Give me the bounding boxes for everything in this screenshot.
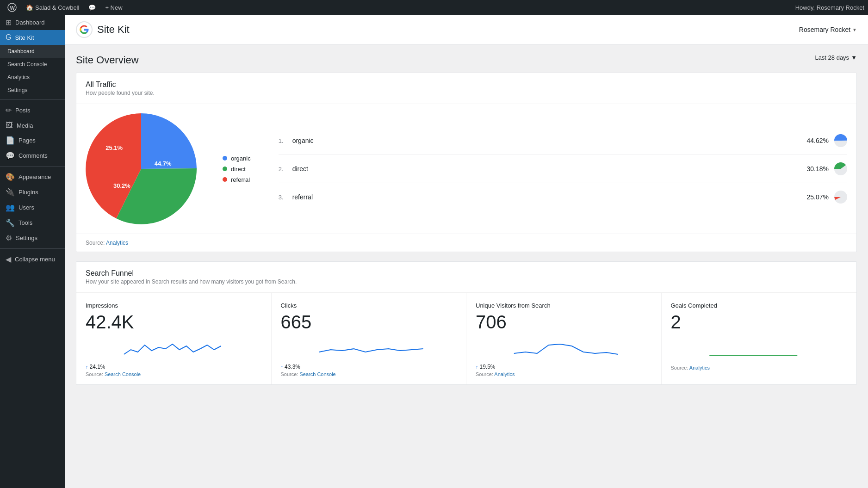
sidebar-sub-dashboard[interactable]: Dashboard bbox=[0, 45, 65, 58]
tools-icon: 🔧 bbox=[6, 218, 15, 227]
date-range-arrow-icon: ▼ bbox=[851, 54, 857, 61]
sidebar-item-appearance[interactable]: 🎨 Appearance bbox=[0, 169, 65, 185]
unique-visitors-source-link[interactable]: Analytics bbox=[494, 371, 515, 377]
mini-pie-organic bbox=[834, 134, 847, 147]
legend-dot-direct bbox=[223, 167, 227, 171]
sidebar-item-posts[interactable]: ✏ Posts bbox=[0, 103, 65, 118]
pie-chart-svg bbox=[86, 113, 197, 224]
user-name-label: Rosemary Rocket bbox=[799, 26, 850, 33]
goals-source: Source: Analytics bbox=[671, 365, 848, 371]
pages-icon: 📄 bbox=[6, 136, 15, 145]
funnel-goals: Goals Completed 2 Source: Analytics bbox=[662, 293, 857, 384]
sidebar-item-dashboard[interactable]: ⊞ Dashboard bbox=[0, 15, 65, 30]
mini-pie-referral bbox=[834, 191, 847, 204]
date-range-dropdown[interactable]: Last 28 days ▼ bbox=[815, 54, 857, 61]
impressions-sparkline bbox=[86, 336, 262, 359]
sidebar-divider-1 bbox=[0, 99, 65, 100]
impressions-source-link[interactable]: Search Console bbox=[105, 371, 141, 377]
impressions-source: Source: Search Console bbox=[86, 371, 262, 377]
sidebar-sitekit-label: Site Kit bbox=[15, 34, 34, 41]
plugins-icon: 🔌 bbox=[6, 188, 15, 197]
sidebar-item-comments[interactable]: 💬 Comments bbox=[0, 148, 65, 163]
page-title: Site Overview bbox=[76, 54, 139, 66]
sidebar-item-users[interactable]: 👥 Users bbox=[0, 200, 65, 215]
tools-label: Tools bbox=[19, 219, 32, 226]
all-traffic-card-header: All Traffic How people found your site. bbox=[76, 73, 856, 104]
sub-dashboard-label: Dashboard bbox=[7, 48, 35, 55]
unique-visitors-arrow-icon: ↑ bbox=[476, 364, 478, 370]
comments-button[interactable]: 💬 bbox=[85, 4, 99, 11]
sidebar-divider-3 bbox=[0, 248, 65, 249]
goals-source-link[interactable]: Analytics bbox=[689, 365, 710, 371]
site-name-button[interactable]: 🏠 Salad & Cowbell bbox=[22, 4, 83, 11]
unique-visitors-source: Source: Analytics bbox=[476, 371, 652, 377]
appearance-label: Appearance bbox=[19, 173, 51, 180]
user-dropdown[interactable]: Rosemary Rocket ▼ bbox=[799, 26, 857, 33]
search-funnel-title: Search Funnel bbox=[86, 269, 847, 278]
sidebar-sub-settings[interactable]: Settings bbox=[0, 84, 65, 97]
sidebar-sub-search-console[interactable]: Search Console bbox=[0, 58, 65, 71]
posts-label: Posts bbox=[15, 107, 31, 114]
goals-sparkline bbox=[671, 336, 848, 359]
howdy-text: Howdy, Rosemary Rocket bbox=[795, 4, 864, 11]
sidebar-item-tools[interactable]: 🔧 Tools bbox=[0, 215, 65, 230]
comments-sidebar-icon: 💬 bbox=[6, 151, 15, 160]
sidebar-item-settings[interactable]: ⚙ Settings bbox=[0, 230, 65, 246]
plugin-name-label: Site Kit bbox=[97, 24, 130, 36]
sidebar-sub-analytics[interactable]: Analytics bbox=[0, 71, 65, 84]
traffic-row-direct-left: 2. direct bbox=[279, 165, 308, 173]
goals-value: 2 bbox=[671, 312, 848, 332]
sidebar-item-media[interactable]: 🖼 Media bbox=[0, 118, 65, 133]
clicks-source: Source: Search Console bbox=[281, 371, 457, 377]
pie-chart-container: 44.7% 30.2% 25.1% bbox=[86, 113, 197, 224]
wp-logo-button[interactable]: W bbox=[4, 3, 20, 12]
sub-search-console-label: Search Console bbox=[7, 61, 47, 68]
traffic-table: 1. organic 44.62% bbox=[279, 127, 847, 211]
main-area: Site Kit Rosemary Rocket ▼ Site Overview… bbox=[65, 15, 868, 488]
media-icon: 🖼 bbox=[6, 121, 13, 130]
traffic-row-direct: 2. direct 30.18% bbox=[279, 155, 847, 183]
row-num-2: 2. bbox=[279, 166, 288, 173]
comments-icon: 💬 bbox=[88, 4, 96, 11]
traffic-source-label: Source: bbox=[86, 240, 105, 246]
direct-pct: 30.18% bbox=[807, 165, 829, 173]
new-button[interactable]: + New bbox=[101, 4, 126, 11]
legend-referral: referral bbox=[223, 176, 251, 183]
admin-bar: W 🏠 Salad & Cowbell 💬 + New Howdy, Rosem… bbox=[0, 0, 868, 15]
legend-label-organic: organic bbox=[231, 155, 251, 162]
funnel-impressions: Impressions 42.4K ↑ 24.1% Source: Search… bbox=[76, 293, 272, 384]
row-num-1: 1. bbox=[279, 137, 288, 144]
sidebar: ⊞ Dashboard G Site Kit Dashboard Search … bbox=[0, 15, 65, 488]
unique-visitors-sparkline bbox=[476, 336, 652, 359]
sidebar-dashboard-label: Dashboard bbox=[15, 19, 45, 26]
funnel-clicks: Clicks 665 ↑ 43.3% Source: Search Consol… bbox=[272, 293, 467, 384]
traffic-row-referral: 3. referral 25.07% bbox=[279, 183, 847, 211]
traffic-source-link[interactable]: Analytics bbox=[106, 240, 128, 246]
clicks-sparkline bbox=[281, 336, 457, 359]
clicks-source-link[interactable]: Search Console bbox=[299, 371, 335, 377]
users-icon: 👥 bbox=[6, 203, 15, 212]
search-funnel-subtitle: How your site appeared in Search results… bbox=[86, 278, 847, 285]
adminbar-right: Howdy, Rosemary Rocket bbox=[795, 4, 864, 11]
clicks-change-value: 43.3% bbox=[285, 364, 300, 370]
unique-visitors-value: 706 bbox=[476, 312, 652, 332]
media-label: Media bbox=[17, 122, 33, 129]
impressions-arrow-icon: ↑ bbox=[86, 364, 88, 370]
sidebar-item-plugins[interactable]: 🔌 Plugins bbox=[0, 185, 65, 200]
all-traffic-title: All Traffic bbox=[86, 80, 847, 89]
sidebar-item-collapse[interactable]: ◀ Collapse menu bbox=[0, 252, 65, 267]
dropdown-arrow-icon: ▼ bbox=[852, 27, 857, 32]
sidebar-item-pages[interactable]: 📄 Pages bbox=[0, 133, 65, 148]
svg-text:W: W bbox=[10, 5, 15, 11]
section-header: Site Overview Last 28 days ▼ bbox=[76, 54, 857, 66]
row-num-3: 3. bbox=[279, 194, 288, 201]
content: Site Overview Last 28 days ▼ All Traffic… bbox=[65, 45, 868, 488]
legend-organic: organic bbox=[223, 155, 251, 162]
legend-dot-organic bbox=[223, 156, 227, 161]
goals-label: Goals Completed bbox=[671, 302, 848, 309]
sidebar-item-sitekit[interactable]: G Site Kit bbox=[0, 30, 65, 45]
row-label-organic: organic bbox=[292, 137, 314, 144]
all-traffic-card: All Traffic How people found your site. bbox=[76, 73, 857, 252]
sub-analytics-label: Analytics bbox=[7, 74, 30, 80]
legend-dot-referral bbox=[223, 177, 227, 182]
